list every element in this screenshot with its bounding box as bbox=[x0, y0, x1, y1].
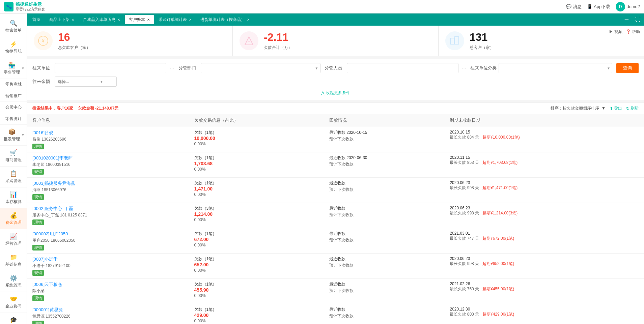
debt-info-0: 欠款（1笔） bbox=[194, 130, 318, 136]
customer-name-4[interactable]: [000002]用户2050 bbox=[32, 231, 184, 237]
recover-date-5: 最近收款 bbox=[329, 256, 439, 262]
filter-area: 往来单位 ··· 分管部门 ▼ 分管人员 ··· bbox=[27, 59, 644, 100]
tab-production-close[interactable]: ✕ bbox=[117, 18, 120, 22]
customer-tag-6: 现销 bbox=[32, 295, 44, 301]
sidebar-item-wholesale[interactable]: 📦 批发管理 ▼ bbox=[0, 125, 27, 146]
data-table: 客户信息 欠款交易信息（占比） 回款情况 到期未收款日期 [0016]吕俊 吕俊… bbox=[27, 114, 644, 324]
customer-name-1[interactable]: [0001020001]李老师 bbox=[32, 155, 184, 161]
debt-amount-5[interactable]: 652.00 bbox=[194, 262, 318, 267]
sidebar-item-finance[interactable]: 💰 资金管理 bbox=[0, 208, 27, 229]
sidebar-item-retail-stats[interactable]: 零售统计 bbox=[0, 113, 27, 125]
tab-stock-summary[interactable]: 进货单统计表（按商品） ✕ bbox=[196, 15, 254, 24]
filter-select-dept-wrapper: ▼ bbox=[201, 63, 320, 73]
overdue-amount-2[interactable]: 超期¥1,471.00(1笔) bbox=[482, 185, 517, 190]
customer-name-0[interactable]: [0016]吕俊 bbox=[32, 130, 184, 136]
overdue-amount-7[interactable]: 超期¥429.00(1笔) bbox=[482, 312, 514, 317]
overdue-amount-1[interactable]: 超期¥1,703.68(1笔) bbox=[482, 160, 517, 165]
sidebar-item-retail[interactable]: 🏪 零售管理 ▼ bbox=[0, 58, 27, 79]
debt-amount-4[interactable]: 672.00 bbox=[194, 237, 318, 242]
overdue-amount-3[interactable]: 超期¥1,214.00(3笔) bbox=[482, 211, 517, 215]
debt-amount-6[interactable]: 455.90 bbox=[194, 287, 318, 293]
customer-name-7[interactable]: [000001]黄思源 bbox=[32, 307, 184, 313]
filter-input-person[interactable] bbox=[347, 63, 458, 73]
tab-customer-account-close[interactable]: ✕ bbox=[147, 18, 150, 22]
recover-date-3: 最近收款 bbox=[329, 206, 439, 211]
results-amount: 欠款金额 -21,148.07元 bbox=[78, 106, 119, 111]
sidebar-item-quicknav[interactable]: ⚡ 快捷导航 bbox=[0, 37, 27, 58]
debt-amount-0[interactable]: 10,000.00 bbox=[194, 136, 318, 141]
cell-customer-2: [0003]畅捷服务尹海燕 海燕 18513066976 现销 bbox=[27, 178, 189, 203]
sidebar-item-operation[interactable]: 📈 经营管理 bbox=[0, 229, 27, 250]
customer-name-5[interactable]: [0007]小迸千 bbox=[32, 256, 184, 262]
debt-amount-3[interactable]: 1,214.00 bbox=[194, 211, 318, 217]
recover-next-1: 预计下次收款 bbox=[329, 161, 439, 167]
tab-stock-summary-close[interactable]: ✕ bbox=[247, 18, 250, 22]
customer-tag-5: 现销 bbox=[32, 270, 44, 276]
overdue-amount-5[interactable]: 超期¥652.00(1笔) bbox=[482, 261, 514, 266]
filter-input-client[interactable] bbox=[55, 63, 166, 73]
recover-date-4: 最近收款 bbox=[329, 231, 439, 237]
stat-card-debt-customers: ¥ 16 总欠款客户（家） bbox=[27, 26, 233, 56]
tab-production[interactable]: 产成品入库单历史 ✕ bbox=[79, 15, 124, 24]
user-menu[interactable]: D demo2 bbox=[616, 2, 640, 11]
sidebar-item-collab[interactable]: 🤝 企业协同 bbox=[0, 292, 27, 313]
refresh-button[interactable]: ↻ 刷新 bbox=[626, 106, 639, 111]
app-download-btn[interactable]: 📱 App下载 bbox=[587, 4, 610, 10]
expand-button[interactable]: ⋀ 收起更多条件 bbox=[32, 90, 639, 96]
export-icon: ⬆ bbox=[610, 106, 613, 111]
video-btn[interactable]: ▶ 视频 bbox=[609, 29, 622, 35]
chevron-down-icon4: ▼ bbox=[601, 106, 606, 111]
filter-label-balance: 往来余额 bbox=[32, 79, 53, 85]
sidebar-item-guide[interactable]: 🎓 新手引导 bbox=[0, 313, 27, 324]
sidebar-item-ecommerce[interactable]: 🛒 电商管理 bbox=[0, 146, 27, 167]
sidebar-item-search[interactable]: 🔍 搜索菜单 bbox=[0, 16, 27, 37]
filter-select-category[interactable] bbox=[499, 63, 612, 73]
sidebar: 🔍 搜索菜单 ⚡ 快捷导航 🏪 零售管理 ▼ 零售商城 营销推广 会员中心 零售… bbox=[0, 13, 27, 324]
tabs-minimize-btn[interactable]: ─ bbox=[623, 17, 631, 23]
tabs-maximize-btn[interactable]: ⛶ bbox=[633, 17, 643, 23]
customer-sub-3: 服务中心_丁磊 181 0125 8371 bbox=[32, 212, 184, 218]
recover-next-0: 预计下次收款 bbox=[329, 136, 439, 142]
recover-date-6: 最近收款 bbox=[329, 282, 439, 287]
table-row: [0002]服务中心_丁磊 服务中心_丁磊 181 0125 8371 现销 欠… bbox=[27, 203, 644, 228]
sidebar-item-system[interactable]: ⚙️ 系统管理 bbox=[0, 271, 27, 292]
filter-select-balance[interactable] bbox=[55, 77, 117, 87]
recover-next-3: 预计下次收款 bbox=[329, 212, 439, 218]
export-button[interactable]: ⬆ 导出 bbox=[610, 106, 622, 111]
debt-amount-7[interactable]: 429.00 bbox=[194, 313, 318, 318]
sidebar-item-base-info[interactable]: 📁 基础信息 bbox=[0, 250, 27, 271]
tab-products[interactable]: 商品上下架 ✕ bbox=[45, 15, 78, 24]
tab-products-close[interactable]: ✕ bbox=[72, 18, 74, 22]
customer-name-2[interactable]: [0003]畅捷服务尹海燕 bbox=[32, 180, 184, 186]
table-header: 客户信息 欠款交易信息（占比） 回款情况 到期未收款日期 bbox=[27, 114, 644, 127]
system-icon: ⚙️ bbox=[1, 274, 25, 282]
debt-amount-1[interactable]: 1,703.68 bbox=[194, 161, 318, 166]
tab-home[interactable]: 首页 bbox=[28, 15, 45, 24]
overdue-amount-4[interactable]: 超期¥672.00(1笔) bbox=[482, 236, 514, 241]
sidebar-item-marketing[interactable]: 营销推广 bbox=[0, 90, 27, 102]
customer-name-6[interactable]: [0006]云下粮仓 bbox=[32, 282, 184, 288]
debt-amount-2[interactable]: 1,471.00 bbox=[194, 186, 318, 192]
col-header-due: 到期未收款日期 bbox=[444, 114, 644, 127]
help-btn[interactable]: ❓ 帮助 bbox=[626, 29, 640, 35]
cell-customer-6: [0006]云下粮仓 陈小弟 现销 bbox=[27, 279, 189, 304]
sidebar-item-retail-mall[interactable]: 零售商城 bbox=[0, 79, 27, 90]
filter-select-dept[interactable] bbox=[201, 63, 320, 73]
message-btn[interactable]: 💬 消息 bbox=[566, 4, 582, 10]
overdue-amount-0[interactable]: 超期¥10,000.00(1笔) bbox=[482, 135, 520, 140]
sidebar-item-inventory[interactable]: 📊 库存核算 bbox=[0, 187, 27, 208]
recover-date-1: 最近收款 2020-06-30 bbox=[329, 155, 439, 161]
ecommerce-icon: 🛒 bbox=[1, 149, 25, 156]
overdue-amount-6[interactable]: 超期¥455.90(1笔) bbox=[482, 287, 514, 291]
tab-customer-account[interactable]: 客户账本 ✕ bbox=[125, 15, 154, 24]
query-button[interactable]: 查询 bbox=[616, 63, 639, 73]
customer-name-3[interactable]: [0002]服务中心_丁磊 bbox=[32, 206, 184, 212]
sidebar-item-member[interactable]: 会员中心 bbox=[0, 102, 27, 113]
tab-purchase-order-close[interactable]: ✕ bbox=[189, 18, 192, 22]
stat-info-debt: 16 总欠款客户（家） bbox=[58, 31, 90, 51]
sidebar-item-purchase[interactable]: 📋 采购管理 bbox=[0, 167, 27, 187]
tab-purchase-order[interactable]: 采购订单统计表 ✕ bbox=[155, 15, 196, 24]
customer-sub-2: 海燕 18513066976 bbox=[32, 187, 184, 193]
col-header-customer: 客户信息 bbox=[27, 114, 189, 127]
cell-customer-7: [000001]黄思源 黄思源 13552700226 现销 bbox=[27, 304, 189, 324]
